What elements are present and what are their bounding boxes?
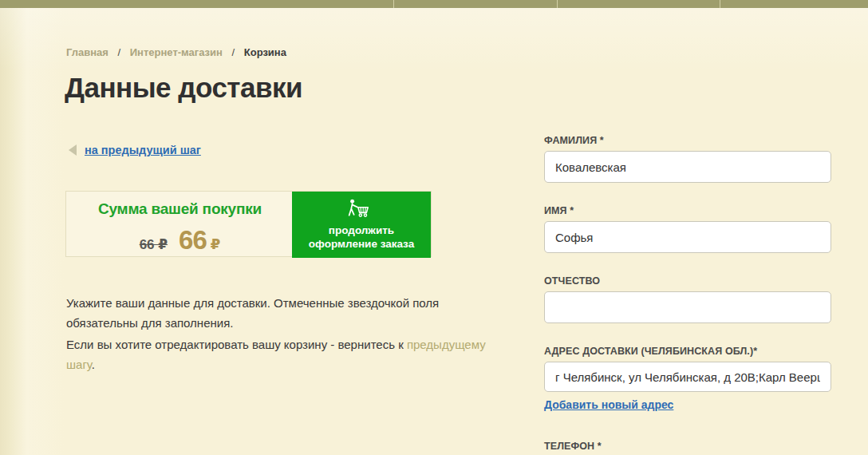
price-row: 66 ₽ 66₽ [66, 225, 294, 255]
previous-step-link[interactable]: на предыдущий шаг [85, 144, 201, 156]
firstname-input[interactable] [544, 221, 831, 253]
middlename-label: ОТЧЕСТВО [544, 274, 831, 288]
field-middlename: ОТЧЕСТВО [544, 274, 831, 323]
page: Главная / Интернет-магазин / Корзина Дан… [0, 0, 868, 455]
topbar-divider [720, 0, 720, 8]
delivery-form: ФАМИЛИЯ * ИМЯ * ОТЧЕСТВО АДРЕС ДОСТАВКИ … [544, 133, 831, 455]
edit-cart-text-suffix: . [92, 358, 95, 371]
address-input[interactable] [544, 362, 831, 392]
edit-cart-text: Если вы хотите отредактировать вашу корз… [66, 334, 491, 374]
address-label: АДРЕС ДОСТАВКИ (ЧЕЛЯБИНСКАЯ ОБЛ.)* [544, 344, 831, 358]
add-new-address-link[interactable]: Добавить новый адрес [544, 398, 673, 411]
top-nav-bar [0, 0, 868, 8]
purchase-summary: Сумма вашей покупки 66 ₽ 66₽ [66, 192, 294, 256]
field-address: АДРЕС ДОСТАВКИ (ЧЕЛЯБИНСКАЯ ОБЛ.)* Добав… [544, 344, 831, 412]
current-price: 66₽ [179, 225, 220, 255]
button-label-line2: оформление заказа [309, 237, 414, 251]
breadcrumb-shop-link[interactable]: Интернет-магазин [130, 46, 223, 58]
old-price: 66 ₽ [140, 236, 168, 253]
breadcrumb-separator: / [118, 46, 121, 58]
back-link-row: на предыдущий шаг [69, 144, 201, 156]
field-lastname: ФАМИЛИЯ * [544, 133, 831, 183]
button-label-line1: продолжить [329, 224, 394, 237]
page-title: Данные доставки [65, 72, 302, 104]
summary-title: Сумма вашей покупки [66, 200, 294, 218]
topbar-divider [393, 0, 394, 8]
back-arrow-icon [69, 144, 77, 156]
breadcrumb-home-link[interactable]: Главная [66, 46, 108, 58]
firstname-label: ИМЯ * [544, 204, 831, 218]
instructions-text: Укажите ваши данные для доставки. Отмече… [66, 293, 491, 333]
ruble-sign: ₽ [211, 236, 221, 252]
field-firstname: ИМЯ * [544, 204, 831, 253]
breadcrumb-separator: / [232, 46, 235, 58]
topbar-divider [557, 0, 558, 8]
field-phone: ТЕЛЕФОН * [544, 439, 831, 455]
lastname-input[interactable] [544, 151, 831, 183]
lastname-label: ФАМИЛИЯ * [544, 133, 831, 148]
purchase-summary-box: Сумма вашей покупки 66 ₽ 66₽ продолжить … [65, 191, 432, 257]
phone-label: ТЕЛЕФОН * [544, 439, 831, 453]
edit-cart-text-prefix: Если вы хотите отредактировать вашу корз… [66, 338, 407, 351]
breadcrumb-current: Корзина [244, 46, 286, 58]
shopping-cart-icon [346, 199, 377, 220]
breadcrumb: Главная / Интернет-магазин / Корзина [66, 46, 286, 58]
continue-checkout-button[interactable]: продолжить оформление заказа [292, 192, 431, 258]
middlename-input[interactable] [544, 291, 831, 323]
